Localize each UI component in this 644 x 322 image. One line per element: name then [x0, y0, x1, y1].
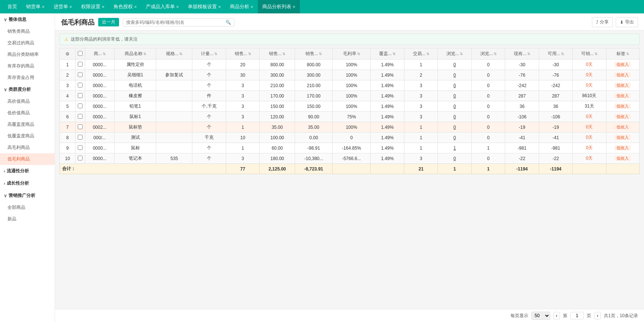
col-name[interactable]: 商品名称⇅	[114, 48, 156, 60]
col-unit[interactable]: 计量...⇅	[192, 48, 226, 60]
nav-goods-analysis-list[interactable]: 商品分析列表 ✕	[258, 0, 300, 13]
col-tag[interactable]: 标签⇅	[606, 48, 639, 60]
sidebar-item-traded-goods[interactable]: 交易过的商品	[0, 37, 55, 49]
row-no: 6	[60, 112, 76, 122]
sidebar-item-low-value[interactable]: 低价值商品	[0, 107, 55, 119]
col-sales-qty[interactable]: 销售...⇅	[226, 48, 260, 60]
close-icon[interactable]: ✕	[250, 5, 253, 9]
sidebar-item-high-value[interactable]: 高价值商品	[0, 96, 55, 107]
close-icon[interactable]: ✕	[218, 5, 221, 9]
sidebar-group-cluster[interactable]: ∨ 类群度分析	[0, 83, 55, 96]
row-sales-amount: 90.00	[295, 112, 333, 122]
row-checkbox[interactable]	[75, 112, 85, 122]
row-views1[interactable]: 0	[438, 60, 472, 70]
row-views1[interactable]: 0	[438, 133, 472, 143]
search-box: 🔍	[123, 18, 234, 26]
search-icon[interactable]: 🔍	[225, 20, 231, 25]
period-button[interactable]: 近一月	[98, 18, 119, 26]
col-settings[interactable]: ⚙	[60, 48, 76, 60]
sidebar-item-high-margin[interactable]: 高毛利商品	[0, 142, 55, 153]
next-page-button[interactable]: ›	[594, 312, 601, 319]
row-tag: 低收入	[606, 112, 639, 122]
total-available: -1194	[539, 164, 573, 174]
nav-home[interactable]: 首页	[3, 0, 22, 13]
nav-roles[interactable]: 角色授权 ✕	[109, 0, 141, 13]
col-views1[interactable]: 浏览...⇅	[438, 48, 472, 60]
share-icon: ⤴	[596, 20, 598, 25]
nav-permissions[interactable]: 权限设置 ✕	[77, 0, 109, 13]
row-views1[interactable]: 0	[438, 122, 472, 133]
close-icon[interactable]: ✕	[102, 5, 105, 9]
row-checkbox[interactable]	[75, 143, 85, 153]
row-spec	[156, 91, 192, 101]
col-transactions[interactable]: 交易...⇅	[404, 48, 438, 60]
row-views1[interactable]: 0	[438, 112, 472, 122]
sidebar-group-growth[interactable]: › 成长性分析	[0, 177, 55, 189]
prev-page-button[interactable]: ‹	[553, 312, 560, 319]
row-views1[interactable]: 0	[438, 70, 472, 80]
page-number-input[interactable]	[570, 312, 584, 319]
per-page-select[interactable]: 50 100 200	[531, 312, 550, 320]
nav-goods-analysis[interactable]: 商品分析 ✕	[225, 0, 258, 13]
nav-sales[interactable]: 销货单 ✕	[22, 0, 49, 13]
row-checkbox[interactable]	[75, 60, 85, 70]
row-checkbox[interactable]	[75, 70, 85, 80]
close-icon[interactable]: ✕	[42, 5, 45, 9]
sidebar-item-all-goods[interactable]: 全部商品	[0, 202, 55, 213]
close-icon[interactable]: ✕	[176, 5, 179, 9]
row-views1[interactable]: 0	[438, 80, 472, 91]
sidebar-item-sales-goods[interactable]: 销售类商品	[0, 26, 55, 37]
share-button[interactable]: ⤴ 分享	[592, 17, 613, 27]
nav-template[interactable]: 单据模板设置 ✕	[183, 0, 225, 13]
sidebar-group-flow[interactable]: › 流通性分析	[0, 165, 55, 177]
sidebar-item-stocked-goods[interactable]: 有库存的商品	[0, 60, 55, 72]
export-button[interactable]: ⬇ 导出	[616, 17, 638, 27]
col-saleable[interactable]: 可销...⇅	[573, 48, 606, 60]
row-current-stock: -76	[505, 70, 539, 80]
row-checkbox[interactable]	[75, 101, 85, 112]
col-views2[interactable]: 浏览...⇅	[471, 48, 505, 60]
row-checkbox[interactable]	[75, 133, 85, 143]
row-gross-margin: 100%	[333, 91, 371, 101]
col-checkbox[interactable]	[75, 48, 85, 60]
col-sales-price[interactable]: 销售...⇅	[260, 48, 295, 60]
col-available[interactable]: 可用...⇅	[539, 48, 573, 60]
sidebar-item-low-coverage[interactable]: 低覆盖度商品	[0, 130, 55, 142]
row-views1[interactable]: 0	[438, 91, 472, 101]
row-spec	[156, 101, 192, 112]
close-icon[interactable]: ✕	[69, 5, 72, 9]
close-icon[interactable]: ✕	[292, 5, 295, 9]
row-coverage: 1.49%	[371, 153, 404, 164]
row-views1[interactable]: 0	[438, 101, 472, 112]
col-current-stock[interactable]: 现有...⇅	[505, 48, 539, 60]
sidebar-item-new-goods[interactable]: 新品	[0, 213, 55, 225]
row-name: 吴细细1	[114, 70, 156, 80]
row-checkbox[interactable]	[75, 153, 85, 164]
row-checkbox[interactable]	[75, 80, 85, 91]
search-input[interactable]	[126, 20, 225, 25]
row-coverage: 1.49%	[371, 60, 404, 70]
sidebar-item-high-coverage[interactable]: 高覆盖度商品	[0, 119, 55, 130]
nav-purchase[interactable]: 进货单 ✕	[49, 0, 77, 13]
table-row: 1 0000... 属性定价 个 20 800.00 800.00 100% 1…	[60, 60, 640, 70]
sidebar-item-low-margin[interactable]: 低毛利商品	[0, 153, 55, 165]
row-views1[interactable]: 1	[438, 143, 472, 153]
row-views1[interactable]: 0	[438, 153, 472, 164]
col-code[interactable]: 商...⇅	[85, 48, 114, 60]
row-checkbox[interactable]	[75, 122, 85, 133]
sidebar-item-stock-fund[interactable]: 库存资金占用	[0, 72, 55, 83]
col-coverage[interactable]: 覆盖...⇅	[371, 48, 404, 60]
col-gross-margin[interactable]: 毛利率⇅	[333, 48, 371, 60]
col-sales-amount[interactable]: 销售...⇅	[295, 48, 333, 60]
row-code: 0000...	[85, 70, 114, 80]
horizontal-scrollbar[interactable]	[55, 306, 644, 309]
nav-production[interactable]: 产成品入库单 ✕	[141, 0, 183, 13]
col-spec[interactable]: 规格...⇅	[156, 48, 192, 60]
sidebar-item-category-rate[interactable]: 商品分类助销率	[0, 49, 55, 60]
select-all-checkbox[interactable]	[78, 51, 83, 56]
row-sales-price: 300.00	[260, 70, 295, 80]
row-checkbox[interactable]	[75, 91, 85, 101]
sidebar-group-marketing[interactable]: ∨ 营销推广分析	[0, 189, 55, 202]
sidebar-group-overall[interactable]: ∨ 整体信息	[0, 13, 55, 26]
close-icon[interactable]: ✕	[134, 5, 137, 9]
